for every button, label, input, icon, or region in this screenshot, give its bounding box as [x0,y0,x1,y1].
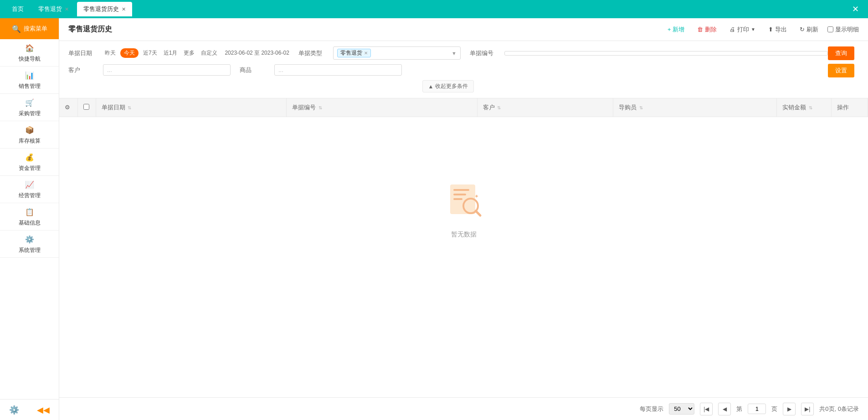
export-button[interactable]: ⬆ 导出 [765,24,791,36]
per-page-select[interactable]: 50 100 200 [669,403,694,415]
filter-fields: 单据日期 昨天 今天 近7天 近1月 更多 自定义 2023-06-02 至 2… [68,46,828,92]
main-content: 零售退货历史 + 新增 🗑 删除 🖨 打印 ▼ ⬆ 导出 [59,18,868,420]
select-all-checkbox[interactable] [83,104,89,110]
print-dropdown-icon: ▼ [751,27,755,32]
voucher-type-arrow: ▼ [452,51,457,56]
sidebar-item-purchase[interactable]: 🛒 采购管理 [0,94,59,121]
date-btn-today[interactable]: 今天 [120,48,139,58]
main-layout: 🔍 搜索菜单 🏠 快捷导航 📊 销售管理 🛒 采购管理 📦 库存核算 💰 [0,18,868,420]
th-date[interactable]: 单据日期 ⇅ [96,98,287,117]
delete-button[interactable]: 🗑 删除 [693,24,720,36]
settings-bottom-icon[interactable]: ⚙️ [9,405,19,415]
customer-input[interactable]: ... [103,64,231,76]
page-label: 第 [736,405,742,413]
export-icon: ⬆ [768,26,773,33]
page-input[interactable] [748,404,766,414]
refresh-button[interactable]: ↻ 刷新 [796,24,822,36]
guide-sort-icon: ⇅ [639,105,643,110]
empty-illustration: ✦ [441,178,487,223]
sidebar-item-inventory[interactable]: 📦 库存核算 [0,121,59,149]
date-btn-yesterday[interactable]: 昨天 [103,48,118,58]
sidebar-search-label: 搜索菜单 [24,25,47,33]
app-close-button[interactable]: ✕ [848,4,863,14]
page-next-button[interactable]: ▶ [783,403,796,415]
toolbar: + 新增 🗑 删除 🖨 打印 ▼ ⬆ 导出 ↻ 刷新 [664,24,859,36]
collapse-icon: ▲ [428,83,434,90]
th-customer[interactable]: 客户 ⇅ [477,98,613,117]
refresh-icon: ↻ [800,26,805,33]
tab-home[interactable]: 首页 [5,2,30,16]
tab-retail-return[interactable]: 零售退货 ✕ [32,2,75,16]
sidebar-item-system[interactable]: ⚙️ 系统管理 [0,230,59,258]
close-tab-retail-return[interactable]: ✕ [65,6,69,12]
voucher-no-input[interactable] [504,51,828,56]
page-prev-button[interactable]: ◀ [718,403,731,415]
voucher-type-tag-close[interactable]: ✕ [364,51,368,56]
goods-input[interactable]: ... [274,64,402,76]
search-icon: 🔍 [12,25,21,33]
sidebar-item-operations[interactable]: 📈 经营管理 [0,176,59,203]
sidebar-menu: 🏠 快捷导航 📊 销售管理 🛒 采购管理 📦 库存核算 💰 资金管理 📈 [0,39,59,399]
th-actions: 操作 [832,98,868,117]
filter-row-1: 单据日期 昨天 今天 近7天 近1月 更多 自定义 2023-06-02 至 2… [68,46,828,60]
th-checkbox[interactable] [77,98,96,117]
setting-button[interactable]: 设置 [828,64,854,77]
date-filter-label: 单据日期 [68,49,94,57]
print-button[interactable]: 🖨 打印 ▼ [726,24,759,36]
svg-line-5 [476,211,480,215]
home-icon: 🏠 [24,42,35,53]
print-icon: 🖨 [729,26,735,33]
goods-label: 商品 [240,66,265,74]
th-amount[interactable]: 实销金额 ⇅ [777,98,832,117]
data-table: ⚙ 单据日期 ⇅ 单据编号 ⇅ [59,98,868,117]
filter-area: 单据日期 昨天 今天 近7天 近1月 更多 自定义 2023-06-02 至 2… [59,41,868,98]
pagination-summary: 共0页, 0条记录 [819,405,859,413]
sidebar-bottom: ⚙️ ◀◀ [0,399,59,420]
th-voucher-no[interactable]: 单据编号 ⇅ [287,98,478,117]
filter-section: 单据日期 昨天 今天 近7天 近1月 更多 自定义 2023-06-02 至 2… [68,46,859,92]
finance-icon: 💰 [24,152,35,163]
empty-state: ✦ 暂无数据 [59,117,868,299]
customer-sort-icon: ⇅ [497,105,501,110]
system-icon: ⚙️ [24,234,35,245]
query-button[interactable]: 查询 [828,46,854,60]
tab-retail-return-history[interactable]: 零售退货历史 ✕ [77,2,132,16]
filter-row-2: 客户 ... 商品 ... [68,64,828,76]
voucher-type-label: 单据类型 [298,49,324,57]
sidebar-item-finance[interactable]: 💰 资金管理 [0,149,59,176]
sidebar-item-quick-nav[interactable]: 🏠 快捷导航 [0,39,59,67]
amount-sort-icon: ⇅ [809,105,812,110]
voucher-type-select[interactable]: 零售退货 ✕ ▼ [333,46,461,60]
show-detail-check[interactable] [827,26,833,32]
svg-rect-2 [453,194,466,195]
sidebar-item-sales[interactable]: 📊 销售管理 [0,67,59,94]
date-btn-1month[interactable]: 近1月 [162,48,180,58]
close-tab-retail-return-history[interactable]: ✕ [122,6,126,12]
date-sort-icon: ⇅ [128,105,131,110]
sidebar-search[interactable]: 🔍 搜索菜单 [0,18,59,39]
sidebar-item-basic-info[interactable]: 📋 基础信息 [0,203,59,230]
svg-text:✦: ✦ [474,193,479,200]
table-area: ⚙ 单据日期 ⇅ 单据编号 ⇅ [59,98,868,397]
page-first-button[interactable]: |◀ [700,403,713,415]
sidebar: 🔍 搜索菜单 🏠 快捷导航 📊 销售管理 🛒 采购管理 📦 库存核算 💰 [0,18,59,420]
voucher-no-label: 单据编号 [470,49,495,57]
date-btn-custom[interactable]: 自定义 [199,48,219,58]
show-detail-checkbox[interactable]: 显示明细 [827,26,859,34]
per-page-label: 每页显示 [640,405,663,413]
svg-rect-3 [453,198,462,200]
page-last-button[interactable]: ▶| [801,403,814,415]
sidebar-collapse-icon[interactable]: ◀◀ [37,405,50,415]
svg-rect-1 [453,189,469,191]
date-btn-7days[interactable]: 近7天 [141,48,159,58]
date-btn-more[interactable]: 更多 [182,48,196,58]
delete-icon: 🗑 [697,26,703,33]
th-guide[interactable]: 导购员 ⇅ [613,98,777,117]
new-button[interactable]: + 新增 [664,24,688,36]
page-title: 零售退货历史 [68,25,664,34]
collapse-button[interactable]: ▲ 收起更多条件 [422,80,474,92]
operations-icon: 📈 [24,179,35,190]
th-settings[interactable]: ⚙ [59,98,77,117]
sales-icon: 📊 [24,70,35,81]
date-filter-buttons: 昨天 今天 近7天 近1月 更多 自定义 2023-06-02 至 2023-0… [103,48,289,58]
